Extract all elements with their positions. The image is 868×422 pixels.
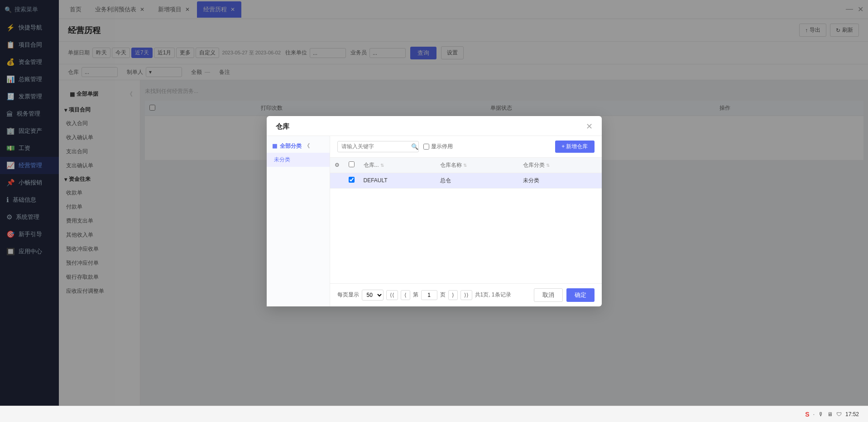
row-name-cell: 总仓 [436, 173, 518, 188]
prev-page-btn[interactable]: ⟨ [401, 290, 410, 300]
modal-footer: 每页显示 50 ⟨⟨ ⟨ 第 页 ⟩ ⟩⟩ 共1页, 1条记录 [330, 283, 602, 306]
modal-right-panel: 🔍 显示停用 + 新增仓库 ⚙ [330, 136, 602, 306]
modal-left-collapse-icon[interactable]: 《 [304, 142, 310, 150]
per-page-label-modal: 每页显示 [337, 291, 359, 299]
modal-per-page-select[interactable]: 50 [362, 290, 384, 301]
col-category-label: 仓库分类 [523, 162, 545, 168]
taskbar-icon-dot: · [813, 411, 815, 417]
modal-search-box[interactable]: 🔍 [337, 141, 419, 152]
sort-icon[interactable]: ⇅ [380, 163, 384, 168]
sort-icon[interactable]: ⇅ [546, 163, 550, 168]
first-page-btn[interactable]: ⟨⟨ [386, 290, 398, 300]
last-page-btn[interactable]: ⟩⟩ [460, 290, 472, 300]
modal-select-all[interactable] [349, 161, 355, 167]
col-id-header: 仓库... ⇅ [359, 158, 436, 173]
modal-header: 仓库 ✕ [267, 116, 602, 136]
confirm-button[interactable]: 确定 [566, 288, 595, 302]
taskbar: S · 🎙 🖥 🛡 17:52 [0, 406, 868, 422]
hashtag-icon: ▦ [272, 143, 277, 149]
modal-search-icon: 🔍 [411, 143, 418, 150]
col-category-header: 仓库分类 ⇅ [518, 158, 601, 173]
modal-table: ⚙ 仓库... ⇅ 仓库名称 [330, 158, 602, 189]
modal-table-row[interactable]: DEFAULT 总仓 未分类 [330, 173, 602, 188]
modal-left-panel: ▦ 全部分类 《 未分类 [267, 136, 330, 306]
show-disabled-checkbox[interactable] [423, 144, 429, 150]
modal-page-input[interactable] [421, 290, 437, 300]
modal-uncategorized-item[interactable]: 未分类 [267, 153, 330, 167]
taskbar-icon-shield: 🛡 [836, 411, 842, 417]
modal-action-buttons: 取消 确定 [534, 288, 595, 302]
total-info-modal: 共1页, 1条记录 [475, 291, 511, 299]
row-category-cell: 未分类 [518, 173, 601, 188]
col-name-label: 仓库名称 [440, 162, 462, 168]
row-checkbox[interactable] [349, 177, 355, 183]
col-gear-header: ⚙ [330, 158, 344, 173]
row-gear-cell [330, 173, 344, 188]
page-label-modal: 第 [413, 291, 418, 299]
sort-icon[interactable]: ⇅ [463, 163, 467, 168]
cancel-button[interactable]: 取消 [534, 288, 563, 302]
row-checkbox-cell [344, 173, 359, 188]
modal-body: ▦ 全部分类 《 未分类 🔍 显示停用 [267, 136, 602, 306]
taskbar-icon-s: S [805, 411, 809, 418]
gear-icon[interactable]: ⚙ [335, 162, 340, 168]
page-unit-modal: 页 [440, 291, 446, 299]
warehouse-modal: 仓库 ✕ ▦ 全部分类 《 未分类 🔍 [267, 116, 602, 306]
modal-overlay: 仓库 ✕ ▦ 全部分类 《 未分类 🔍 [0, 0, 868, 422]
all-categories-label: 全部分类 [280, 142, 302, 150]
next-page-btn[interactable]: ⟩ [448, 290, 458, 300]
show-disabled-text: 显示停用 [431, 143, 453, 150]
modal-close-button[interactable]: ✕ [586, 122, 593, 131]
modal-title: 仓库 [276, 122, 289, 131]
taskbar-icon-screen: 🖥 [827, 411, 833, 417]
taskbar-icons: S · 🎙 🖥 🛡 [805, 411, 842, 418]
taskbar-icon-mic: 🎙 [818, 411, 824, 417]
row-id-cell: DEFAULT [359, 173, 436, 188]
col-id-label: 仓库... [364, 162, 379, 168]
taskbar-time: 17:52 [842, 411, 863, 417]
modal-search-input[interactable] [341, 143, 409, 150]
modal-table-container: ⚙ 仓库... ⇅ 仓库名称 [330, 158, 602, 283]
modal-all-categories[interactable]: ▦ 全部分类 《 [267, 140, 330, 153]
modal-toolbar: 🔍 显示停用 + 新增仓库 [330, 136, 602, 158]
col-name-header: 仓库名称 ⇅ [436, 158, 518, 173]
show-disabled-label[interactable]: 显示停用 [423, 143, 453, 150]
modal-pagination: 每页显示 50 ⟨⟨ ⟨ 第 页 ⟩ ⟩⟩ 共1页, 1条记录 [337, 290, 511, 301]
add-warehouse-button[interactable]: + 新增仓库 [555, 141, 594, 153]
col-checkbox-header [344, 158, 359, 173]
